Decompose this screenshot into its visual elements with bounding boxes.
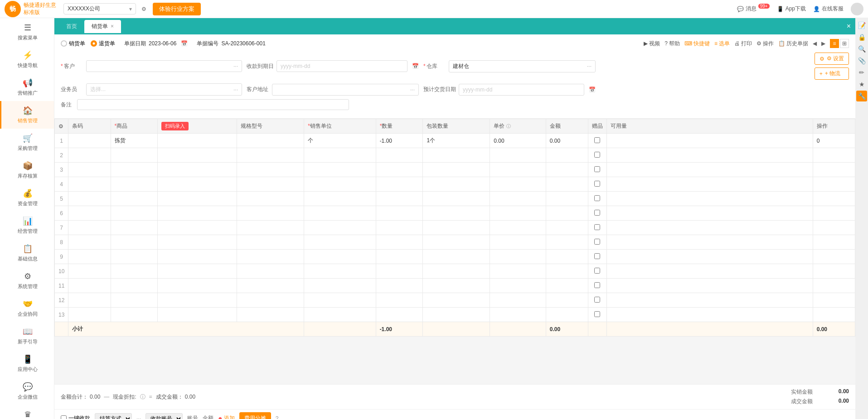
message-button[interactable]: 💬 消息 99+ (737, 5, 770, 13)
sidebar-item-quick-nav[interactable]: ⚡ 快捷导航 (0, 46, 54, 73)
next-icon[interactable]: ▶ (821, 40, 825, 47)
sidebar-item-purchase[interactable]: 🛒 采购管理 (0, 129, 54, 156)
form-row-note: 备注 (61, 99, 849, 110)
expense-button[interactable]: 费用分摊 (239, 412, 271, 419)
row-barcode[interactable] (68, 134, 111, 148)
table-row: 3 (55, 163, 855, 177)
layout-grid-btn[interactable]: ⊞ (840, 39, 849, 48)
quick-payment-check[interactable] (61, 415, 67, 419)
sidebar-item-apps[interactable]: 📱 应用中心 (0, 350, 54, 377)
help-action[interactable]: ? 帮助 (664, 40, 680, 48)
gift-checkbox[interactable] (594, 137, 600, 143)
row-qty[interactable]: -1.00 (376, 134, 423, 148)
sidebar-item-enterprise[interactable]: 🤝 企业协同 (0, 294, 54, 322)
setting-button[interactable]: ⚙ ⚙ 设置 (815, 53, 849, 65)
gift-checkbox[interactable] (594, 268, 600, 274)
sidebar-item-search[interactable]: ☰ 搜索菜单 (0, 18, 54, 46)
radio-return-order[interactable]: 退货单 (91, 40, 115, 48)
payment-account-select[interactable]: 收款账号 (145, 413, 183, 419)
select-action[interactable]: ≡ 选单 (714, 40, 730, 48)
sidebar-item-basic[interactable]: 📋 基础信息 (0, 239, 54, 267)
row-spec[interactable] (237, 134, 304, 148)
sidebar-item-sales[interactable]: 🏠 销售管理 (0, 101, 54, 129)
online-service-button[interactable]: 👤 在线客服 (813, 5, 844, 13)
subtotal-label: 小计 (68, 322, 304, 337)
gift-checkbox[interactable] (594, 224, 600, 230)
sidebar-item-marketing[interactable]: 📢 营销推广 (0, 73, 54, 101)
trial-button[interactable]: 体验行业方案 (153, 3, 201, 15)
right-tool-pencil[interactable]: ✏ (856, 67, 867, 78)
sidebar-item-operations[interactable]: 📊 经营管理 (0, 212, 54, 239)
add-payment-button[interactable]: ● 添加 (218, 414, 235, 419)
radio-sale-order[interactable]: 销货单 (61, 40, 85, 48)
row-gift[interactable] (588, 134, 606, 148)
layout-buttons: ≡ ⊞ (830, 39, 849, 48)
row-unit-price[interactable]: 0.00 (490, 134, 546, 148)
gift-checkbox[interactable] (594, 282, 600, 288)
sidebar-item-finance[interactable]: 💰 资金管理 (0, 184, 54, 212)
tab-close-icon[interactable]: × (111, 23, 114, 29)
note-input[interactable] (77, 99, 349, 110)
delivery-date-input[interactable]: yyyy-mm-dd (459, 84, 584, 96)
table-row: 10 (55, 264, 855, 279)
tab-sales-order[interactable]: 销货单 × (84, 20, 121, 33)
right-tool-edit[interactable]: 📝 (856, 20, 867, 31)
video-action[interactable]: ▶ 视频 (644, 40, 660, 48)
col-gear[interactable]: ⚙ (55, 119, 68, 134)
customer-addr-label: 客户地址 (247, 86, 269, 93)
tab-home[interactable]: 首页 (59, 20, 84, 33)
delivery-calendar-icon[interactable]: 📅 (589, 87, 596, 93)
company-selector[interactable]: XXXXXX公司 ▾ (63, 3, 136, 14)
layout-list-btn[interactable]: ≡ (830, 39, 839, 48)
gift-checkbox[interactable] (594, 311, 600, 317)
payment-method-select[interactable]: 结算方式 (95, 413, 132, 419)
gift-checkbox[interactable] (594, 195, 600, 201)
customer-addr-input[interactable]: ··· (272, 84, 419, 96)
prev-icon[interactable]: ◀ (813, 40, 817, 47)
row-amount[interactable]: 0.00 (546, 134, 588, 148)
app-download-button[interactable]: 📱 App下载 (777, 5, 806, 13)
customer-input[interactable]: ··· (86, 60, 242, 72)
shortcut-action[interactable]: ⌨ 快捷键 (684, 40, 710, 48)
company-settings-icon[interactable]: ⚙ (140, 4, 148, 14)
right-tool-star[interactable]: ★ (856, 79, 867, 90)
gift-checkbox[interactable] (594, 166, 600, 172)
right-tool-search[interactable]: 🔍 (856, 43, 867, 54)
quick-payment-checkbox[interactable]: 一键收款 (61, 414, 90, 419)
logistics-button[interactable]: + + 物流 (815, 67, 849, 80)
gift-checkbox[interactable] (594, 210, 600, 216)
avatar[interactable] (851, 3, 863, 15)
collection-due-input[interactable]: yyyy-mm-dd (276, 60, 407, 72)
sidebar-item-wechat[interactable]: 💬 企业微信 (0, 377, 54, 405)
right-tool-lock[interactable]: 🔒 (856, 32, 867, 43)
window-close-icon[interactable]: × (847, 22, 851, 30)
warehouse-input[interactable]: 建材仓 ··· (449, 60, 596, 72)
gift-checkbox[interactable] (594, 253, 600, 259)
sidebar-item-guide[interactable]: 📖 新手引导 (0, 322, 54, 350)
right-tool-attach[interactable]: 📎 (856, 55, 867, 66)
date-calendar-icon[interactable]: 📅 (181, 40, 188, 47)
print-action[interactable]: 🖨 打印 (734, 40, 752, 48)
sidebar-item-inventory[interactable]: 📦 库存核算 (0, 156, 54, 184)
sidebar-item-system[interactable]: ⚙ 系统管理 (0, 267, 54, 294)
message-icon: 💬 (737, 6, 744, 12)
history-icon: 📋 (778, 40, 785, 47)
warehouse-label: 仓库 (423, 63, 446, 70)
gift-checkbox[interactable] (594, 239, 600, 245)
collection-calendar-icon[interactable]: 📅 (412, 63, 419, 69)
gift-checkbox[interactable] (594, 152, 600, 158)
row-product[interactable]: 拣货 (111, 134, 158, 148)
expense-help-icon[interactable]: ? (276, 415, 279, 419)
gift-checkbox[interactable] (594, 181, 600, 187)
operate-action[interactable]: ⚙ 操作 (756, 40, 774, 48)
history-action[interactable]: 📋 历史单据 (778, 40, 808, 48)
salesman-input[interactable]: 选择... ··· (86, 83, 242, 96)
row-pkg-qty[interactable]: 1个 (423, 134, 490, 148)
scan-button[interactable]: 扫码录入 (161, 122, 189, 130)
right-tool-orange[interactable]: 🔧 (856, 91, 867, 101)
sidebar-item-member[interactable]: ♛ 畅会员 (0, 405, 54, 419)
table-row: 4 (55, 177, 855, 192)
gift-checkbox[interactable] (594, 297, 600, 303)
member-icon: ♛ (24, 409, 31, 419)
row-unit[interactable]: 个 (304, 134, 376, 148)
